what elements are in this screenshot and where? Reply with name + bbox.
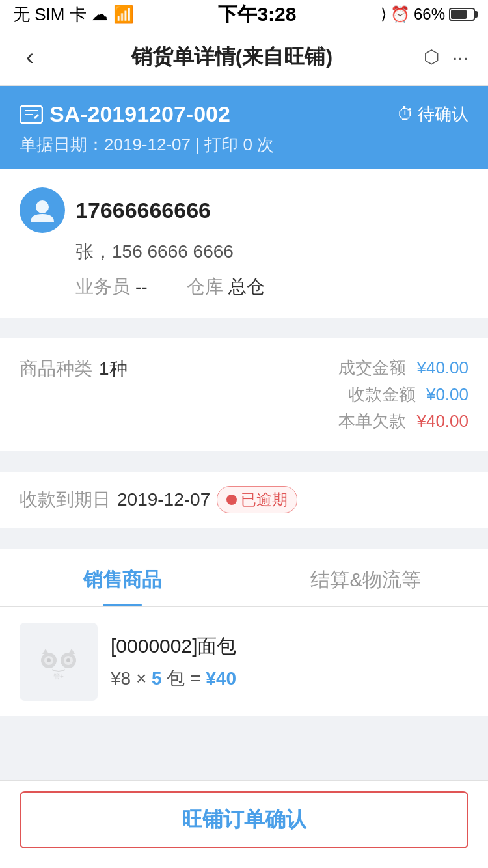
confirm-order-button[interactable]: 旺铺订单确认 — [20, 791, 468, 848]
overdue-text: 已逾期 — [241, 489, 288, 510]
overdue-badge: 已逾期 — [217, 486, 297, 513]
share-icon[interactable]: ⬡ — [424, 46, 439, 68]
sim-label: 无 SIM 卡 ☁ — [13, 3, 108, 26]
tabs-section: 销售商品 结算&物流等 — [0, 549, 488, 607]
status-time: 下午3:28 — [218, 1, 296, 28]
owe-value: ¥40.00 — [416, 411, 468, 431]
product-item: 管+ [0000002]面包 ¥8 × 5 包 = ¥40 — [20, 623, 468, 701]
overdue-dot — [226, 495, 237, 505]
sales-value: -- — [135, 277, 148, 297]
product-thumb-icon: 管+ — [33, 642, 85, 681]
product-info: [0000002]面包 ¥8 × 5 包 = ¥40 — [111, 633, 468, 691]
warehouse-value: 总仓 — [228, 275, 265, 299]
product-total: ¥40 — [206, 668, 236, 688]
order-id: SA-20191207-002 — [20, 102, 230, 127]
divider-1 — [0, 328, 488, 338]
order-status: ⏱ 待确认 — [397, 103, 468, 126]
divider-3 — [0, 538, 488, 549]
tab-sales-products[interactable]: 销售商品 — [0, 549, 244, 606]
svg-point-3 — [36, 200, 49, 213]
battery-icon — [449, 8, 475, 21]
customer-section: 17666666666 张，156 6666 6666 业务员 -- 仓库 总仓 — [0, 169, 488, 318]
warehouse-label: 仓库 — [187, 275, 223, 299]
product-thumbnail: 管+ — [20, 623, 98, 701]
clock-icon: ⏱ — [397, 104, 414, 124]
order-header: SA-20191207-002 ⏱ 待确认 单据日期：2019-12-07 | … — [0, 86, 488, 169]
due-label: 收款到期日 — [20, 487, 111, 512]
summary-section: 商品种类 1种 成交金额 ¥40.00 收款金额 ¥0.00 本单欠款 ¥40.… — [0, 338, 488, 451]
order-icon — [20, 105, 43, 124]
product-price: ¥8 × 5 包 = ¥40 — [111, 666, 468, 691]
sales-label: 业务员 — [75, 275, 130, 299]
divider-2 — [0, 461, 488, 472]
location-icon: ⟩ — [381, 5, 386, 23]
bottom-action: 旺铺订单确认 — [0, 780, 488, 868]
status-right: ⟩ ⏰ 66% — [381, 5, 475, 23]
customer-name: 张，156 6666 6666 — [20, 239, 468, 264]
products-section: 管+ [0000002]面包 ¥8 × 5 包 = ¥40 — [0, 607, 488, 716]
due-section: 收款到期日 2019-12-07 已逾期 — [0, 472, 488, 528]
summary-right: 成交金额 ¥40.00 收款金额 ¥0.00 本单欠款 ¥40.00 — [338, 357, 468, 433]
due-date: 2019-12-07 — [117, 489, 210, 510]
avatar — [20, 187, 65, 233]
owe-label: 本单欠款 — [338, 410, 406, 433]
product-qty: 5 — [152, 668, 162, 688]
battery-percent: 66% — [414, 5, 445, 23]
received-label: 收款金额 — [348, 383, 416, 406]
product-unit-price: ¥8 — [111, 668, 131, 688]
product-unit: 包 — [167, 668, 185, 688]
kinds-label: 商品种类 — [20, 357, 92, 381]
svg-point-9 — [66, 658, 70, 662]
tab-settlement-logistics[interactable]: 结算&物流等 — [244, 549, 488, 606]
received-value: ¥0.00 — [426, 385, 468, 405]
customer-phone: 17666666666 — [75, 198, 211, 223]
amount-label: 成交金额 — [338, 357, 406, 379]
page-title: 销货单详情(来自旺铺) — [131, 43, 332, 72]
order-date: 单据日期：2019-12-07 | 打印 0 次 — [20, 133, 468, 156]
status-left: 无 SIM 卡 ☁ 📶 — [13, 3, 134, 26]
more-icon[interactable]: ··· — [452, 46, 468, 68]
customer-meta: 业务员 -- 仓库 总仓 — [20, 275, 468, 299]
wifi-icon: 📶 — [113, 5, 134, 25]
nav-actions: ⬡ ··· — [424, 46, 468, 68]
avatar-icon — [29, 197, 55, 223]
svg-text:管+: 管+ — [53, 673, 64, 680]
status-bar: 无 SIM 卡 ☁ 📶 下午3:28 ⟩ ⏰ 66% — [0, 0, 488, 29]
product-name: [0000002]面包 — [111, 633, 468, 660]
back-button[interactable]: ‹ — [20, 37, 40, 77]
alarm-icon: ⏰ — [390, 5, 410, 23]
amount-value: ¥40.00 — [416, 358, 468, 378]
nav-bar: ‹ 销货单详情(来自旺铺) ⬡ ··· — [0, 29, 488, 86]
svg-point-8 — [47, 658, 51, 662]
kinds-value: 1种 — [99, 357, 128, 381]
